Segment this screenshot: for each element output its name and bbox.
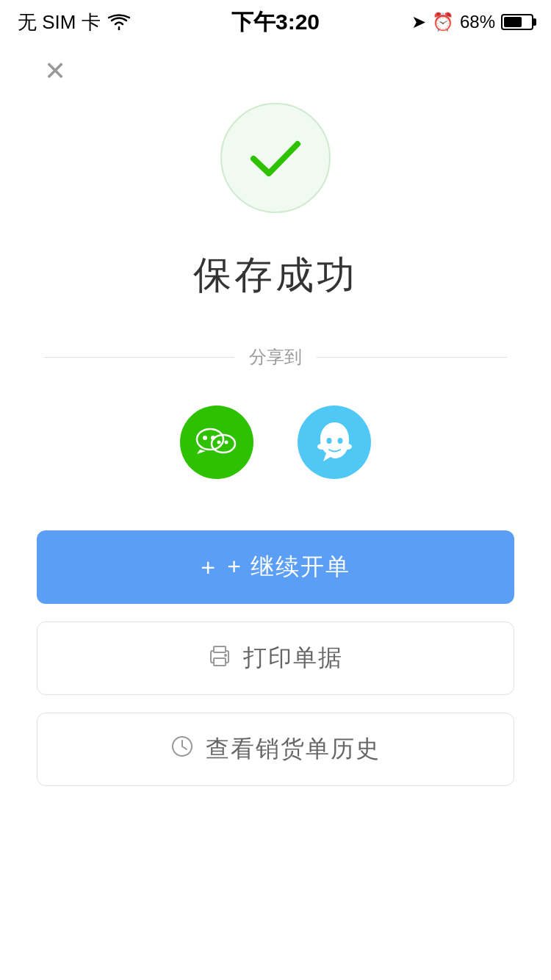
svg-point-6 [326, 438, 331, 444]
continue-icon: + [201, 553, 215, 582]
status-left: 无 SIM 卡 [18, 10, 130, 35]
qq-share-button[interactable] [298, 406, 371, 479]
svg-point-13 [224, 654, 227, 657]
print-icon [208, 645, 231, 672]
status-right: ➤ ⏰ 68% [411, 12, 533, 32]
history-label: 查看销货单历史 [206, 733, 381, 765]
share-label: 分享到 [234, 345, 317, 369]
wechat-icon [195, 425, 238, 460]
success-circle [220, 103, 331, 213]
svg-point-3 [211, 436, 215, 440]
status-bar: 无 SIM 卡 下午3:20 ➤ ⏰ 68% [0, 0, 551, 44]
continue-button[interactable]: + + 继续开单 [37, 530, 514, 604]
close-icon: ✕ [44, 58, 66, 84]
svg-rect-12 [214, 646, 226, 652]
location-icon: ➤ [411, 12, 426, 32]
battery-icon [501, 14, 533, 30]
status-time: 下午3:20 [231, 7, 320, 37]
close-button[interactable]: ✕ [37, 53, 73, 90]
svg-point-0 [197, 429, 223, 450]
checkmark-icon [250, 138, 301, 179]
svg-point-2 [203, 436, 207, 440]
share-icons [180, 406, 371, 479]
history-button[interactable]: 查看销货单历史 [37, 713, 514, 786]
svg-point-4 [217, 441, 221, 444]
svg-point-8 [317, 444, 326, 450]
battery-percent: 68% [460, 12, 495, 32]
history-icon [170, 735, 194, 764]
action-buttons: + + 继续开单 打印单据 查看销货单历 [0, 530, 551, 786]
success-title: 保存成功 [193, 250, 358, 301]
print-button[interactable]: 打印单据 [37, 621, 514, 695]
alarm-icon: ⏰ [432, 12, 454, 32]
svg-point-5 [225, 441, 228, 444]
svg-point-7 [337, 438, 342, 444]
wifi-icon [108, 14, 130, 30]
qq-icon [314, 419, 355, 466]
divider-left [44, 357, 234, 358]
sim-text: 无 SIM 卡 [18, 10, 101, 35]
divider-right [317, 357, 507, 358]
share-divider: 分享到 [0, 345, 551, 369]
battery-fill [504, 17, 522, 27]
svg-point-9 [343, 444, 352, 450]
print-label: 打印单据 [243, 642, 343, 674]
continue-label: + 继续开单 [227, 551, 350, 583]
wechat-share-button[interactable] [180, 406, 253, 479]
main-content: 保存成功 分享到 [0, 44, 551, 786]
svg-rect-11 [214, 658, 226, 666]
